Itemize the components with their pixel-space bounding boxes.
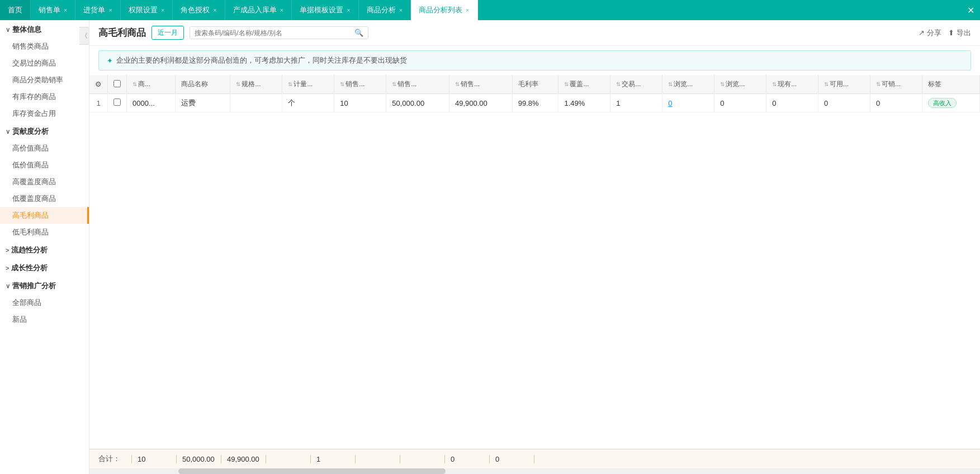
close-tab-5[interactable]: × [280,7,283,13]
sidebar-item-1-3[interactable]: 低覆盖度商品 [0,190,89,207]
row-available: 0 [818,94,870,112]
footer-label: 合计： [98,454,120,464]
footer-current: 0 [444,455,489,463]
row-code: 0000... [127,94,176,112]
col-header-12: ⇅现有... [766,75,818,94]
sidebar-item-0-3[interactable]: 有库存的商品 [0,88,89,105]
sidebar-item-4-0[interactable]: 全部商品 [0,294,89,311]
search-box: 🔍 [190,26,368,39]
col-header-6: ⇅销售... [449,75,513,94]
col-header-8: ⇅覆盖... [558,75,610,94]
col-header-11: ⇅浏览... [714,75,766,94]
close-tab-7[interactable]: × [399,7,403,13]
sidebar-group-3[interactable]: >成长性分析 [0,259,89,276]
close-all-tabs[interactable]: ✕ [962,0,980,20]
sidebar-item-1-1[interactable]: 低价值商品 [0,157,89,173]
col-checkbox[interactable] [108,75,127,94]
col-header-13: ⇅可用... [818,75,870,94]
sidebar-group-0[interactable]: ∨整体信息 [0,20,89,38]
row-sales1: 10 [334,94,386,112]
sidebar-item-1-5[interactable]: 低毛利商品 [0,224,89,241]
col-header-3: ⇅计量... [282,75,334,94]
horizontal-scrollbar[interactable] [89,468,980,474]
nav-item-0[interactable]: 首页 [0,0,31,20]
row-transaction: 1 [610,94,662,112]
footer-transaction: 1 [310,455,355,463]
row-checkbox[interactable] [113,98,121,106]
sort-icon[interactable]: ⇅ [564,81,569,87]
footer-browse2 [400,455,444,463]
footer-sales2: 50,000.00 [176,455,221,463]
sort-icon[interactable]: ⇅ [132,81,137,87]
row-browse2: 0 [714,94,766,112]
col-header-2: ⇅规格... [230,75,282,94]
content-area: 高毛利商品 近一月 🔍 ↗ 分享 ⬆ 导出 ✦ 企业的主要的利润都是这部分商品创… [89,20,980,474]
page-title: 高毛利商品 [98,26,146,39]
sort-icon[interactable]: ⇅ [455,81,460,87]
sidebar-item-1-0[interactable]: 高价值商品 [0,140,89,157]
sort-icon[interactable]: ⇅ [236,81,240,87]
sidebar-item-0-4[interactable]: 库存资金占用 [0,105,89,122]
filter-recent-month-button[interactable]: 近一月 [152,26,184,40]
table-row: 10000...运费个1050,000.0049,900.0099.8%1.49… [89,94,980,112]
sidebar-collapse-button[interactable]: 《 [79,27,89,45]
sidebar-item-0-2[interactable]: 商品分类助销率 [0,72,89,88]
select-all-checkbox[interactable] [113,80,121,87]
close-tab-2[interactable]: × [108,7,112,13]
nav-item-3[interactable]: 权限设置× [121,0,173,20]
row-browse1: 0 [662,94,714,112]
close-tab-3[interactable]: × [161,7,164,13]
group-arrow-0: ∨ [6,26,10,34]
sort-icon[interactable]: ⇅ [668,81,673,87]
row-tag: 高收入 [928,98,957,108]
col-settings[interactable]: ⚙ [89,75,108,94]
close-tab-6[interactable]: × [347,7,350,13]
search-input[interactable] [195,29,354,37]
close-tab-1[interactable]: × [64,7,67,13]
export-button[interactable]: ⬆ 导出 [948,28,971,38]
settings-icon[interactable]: ⚙ [95,80,102,88]
sort-icon[interactable]: ⇅ [876,81,880,87]
sidebar-group-4[interactable]: ∨营销推广分析 [0,276,89,294]
close-tab-8[interactable]: × [466,7,469,13]
sidebar-group-2[interactable]: >流趋性分析 [0,241,89,259]
sort-icon[interactable]: ⇅ [340,81,344,87]
group-arrow-2: > [6,247,9,254]
col-header-4: ⇅销售... [334,75,386,94]
nav-item-8[interactable]: 商品分析列表× [411,0,477,20]
share-button[interactable]: ↗ 分享 [919,28,941,38]
sort-icon[interactable]: ⇅ [720,81,725,87]
footer-sellable [534,455,579,463]
row-checkbox-cell[interactable] [108,94,127,112]
sidebar-item-0-1[interactable]: 交易过的商品 [0,55,89,72]
col-header-9: ⇅交易... [610,75,662,94]
nav-item-7[interactable]: 商品分析× [359,0,411,20]
row-spec [230,94,282,112]
share-icon: ↗ [919,29,925,37]
nav-item-5[interactable]: 产成品入库单× [225,0,292,20]
row-current: 0 [766,94,818,112]
sort-icon[interactable]: ⇅ [616,81,621,87]
sidebar-item-4-1[interactable]: 新品 [0,311,89,328]
sort-icon[interactable]: ⇅ [392,81,396,87]
close-tab-4[interactable]: × [213,7,216,13]
row-browse1-link[interactable]: 0 [668,99,672,107]
nav-item-6[interactable]: 单据模板设置× [292,0,358,20]
export-icon: ⬆ [948,29,954,37]
nav-item-2[interactable]: 进货单× [75,0,120,20]
col-header-1: 商品名称 [175,75,230,94]
scrollbar-thumb[interactable] [178,468,446,474]
data-table: ⚙⇅商...商品名称⇅规格...⇅计量...⇅销售...⇅销售...⇅销售...… [89,75,980,112]
sort-icon[interactable]: ⇅ [772,81,777,87]
nav-item-1[interactable]: 销售单× [31,0,75,20]
sort-icon[interactable]: ⇅ [824,81,828,87]
nav-item-4[interactable]: 角色授权× [173,0,225,20]
search-icon[interactable]: 🔍 [354,29,363,37]
sidebar-item-1-4[interactable]: 高毛利商品 [0,207,89,224]
footer-sales1: 10 [131,455,176,463]
sidebar-item-0-0[interactable]: 销售类商品 [0,38,89,55]
sidebar-group-1[interactable]: ∨贡献度分析 [0,122,89,140]
sort-icon[interactable]: ⇅ [288,81,292,87]
header-actions: ↗ 分享 ⬆ 导出 [919,28,971,38]
sidebar-item-1-2[interactable]: 高覆盖度商品 [0,173,89,190]
